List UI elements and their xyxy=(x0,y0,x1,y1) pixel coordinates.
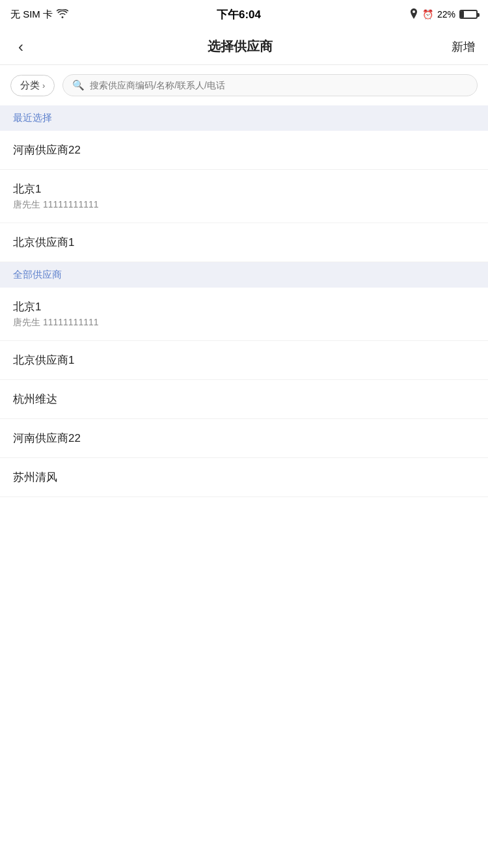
list-item[interactable]: 河南供应商22 xyxy=(0,131,488,170)
alarm-icon: ⏰ xyxy=(422,9,433,20)
list-item[interactable]: 北京供应商1 xyxy=(0,223,488,262)
item-name: 北京1 xyxy=(13,299,475,314)
category-button[interactable]: 分类 › xyxy=(10,75,55,96)
search-box: 🔍 xyxy=(62,74,478,96)
page-title: 选择供应商 xyxy=(208,38,273,55)
list-item[interactable]: 北京1唐先生 11111111111 xyxy=(0,288,488,341)
back-button[interactable]: ‹ xyxy=(13,33,29,61)
list-item[interactable]: 北京1唐先生 11111111111 xyxy=(0,170,488,223)
item-name: 河南供应商22 xyxy=(13,142,475,157)
list-item[interactable]: 北京供应商1 xyxy=(0,341,488,380)
status-left: 无 SIM 卡 xyxy=(10,8,68,21)
list-item[interactable]: 河南供应商22 xyxy=(0,419,488,458)
nav-bar: ‹ 选择供应商 新增 xyxy=(0,29,488,65)
item-sub: 唐先生 11111111111 xyxy=(13,317,475,329)
item-name: 苏州清风 xyxy=(13,470,475,485)
status-bar: 无 SIM 卡 下午6:04 ⏰ 22% xyxy=(0,0,488,29)
all-items-list: 北京1唐先生 11111111111北京供应商1杭州维达河南供应商22苏州清风 xyxy=(0,288,488,497)
item-name: 河南供应商22 xyxy=(13,431,475,446)
add-button[interactable]: 新增 xyxy=(452,39,475,55)
recent-header-label: 最近选择 xyxy=(13,112,52,123)
sim-text: 无 SIM 卡 xyxy=(10,8,53,21)
filter-bar: 分类 › 🔍 xyxy=(0,65,488,105)
search-input[interactable] xyxy=(90,80,468,90)
battery-icon xyxy=(459,10,478,19)
category-label: 分类 xyxy=(20,79,40,92)
item-name: 北京供应商1 xyxy=(13,353,475,368)
item-name: 北京1 xyxy=(13,182,475,197)
item-name: 北京供应商1 xyxy=(13,235,475,250)
battery-percent: 22% xyxy=(437,9,455,20)
status-right: ⏰ 22% xyxy=(409,8,478,21)
recent-section-header: 最近选择 xyxy=(0,105,488,131)
item-sub: 唐先生 11111111111 xyxy=(13,199,475,211)
list-item[interactable]: 苏州清风 xyxy=(0,458,488,497)
status-time: 下午6:04 xyxy=(217,7,261,22)
item-name: 杭州维达 xyxy=(13,392,475,407)
wifi-icon xyxy=(57,9,68,20)
location-icon xyxy=(409,8,418,21)
chevron-right-icon: › xyxy=(42,81,45,90)
search-icon: 🔍 xyxy=(72,79,85,91)
recent-items-list: 河南供应商22北京1唐先生 11111111111北京供应商1 xyxy=(0,131,488,262)
all-header-label: 全部供应商 xyxy=(13,269,62,280)
all-section-header: 全部供应商 xyxy=(0,262,488,288)
list-item[interactable]: 杭州维达 xyxy=(0,380,488,419)
